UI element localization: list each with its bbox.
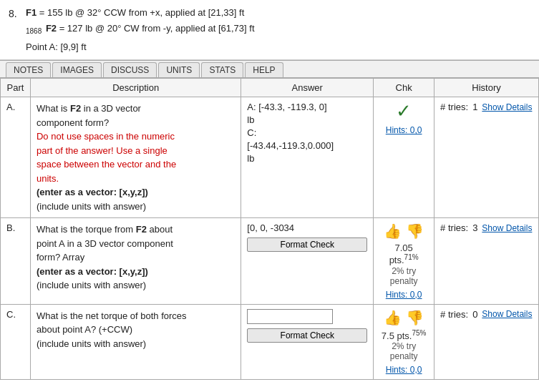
table-header-row: Part Description Answer Chk History bbox=[1, 79, 539, 97]
answer-a-line5: lb bbox=[247, 153, 367, 164]
thumb-down-icon-b: 👎 bbox=[406, 222, 424, 240]
part-c: C. bbox=[1, 304, 31, 379]
format-check-b-button[interactable]: Format Check bbox=[247, 237, 367, 252]
f2-label: F2 bbox=[46, 23, 57, 34]
penalty-b: 2% try penalty bbox=[379, 266, 428, 286]
hints-b-link[interactable]: Hints: 0,0 bbox=[386, 290, 422, 300]
col-header-part: Part bbox=[1, 79, 31, 97]
f1-label: F1 bbox=[26, 7, 37, 18]
thumb-down-icon-c: 👎 bbox=[406, 309, 424, 326]
main-table: Part Description Answer Chk History A. W… bbox=[0, 78, 539, 380]
history-c: # tries: 0 Show Details bbox=[434, 304, 539, 379]
points-c-val: 7.5 pts. bbox=[382, 330, 412, 341]
answer-a-line2: lb bbox=[247, 114, 367, 125]
points-c-pct: 75% bbox=[412, 329, 426, 337]
points-c: 7.5 pts.75% bbox=[379, 329, 428, 341]
show-details-b[interactable]: Show Details bbox=[482, 223, 532, 233]
show-details-a[interactable]: Show Details bbox=[482, 102, 532, 112]
table-row: C. What is the net torque of both forces… bbox=[1, 304, 539, 379]
desc-a-text3: component form? bbox=[37, 117, 109, 128]
desc-a-text1: What is bbox=[37, 103, 70, 114]
col-header-history: History bbox=[434, 79, 539, 97]
tab-help[interactable]: HELP bbox=[245, 62, 283, 77]
history-b: # tries: 3 Show Details bbox=[434, 218, 539, 304]
desc-b-text1: What is the torque from bbox=[37, 224, 136, 235]
desc-a: What is F2 in a 3D vector component form… bbox=[30, 97, 241, 218]
hints-c-link[interactable]: Hints: 0,0 bbox=[386, 365, 422, 375]
desc-b-text3: point A in a 3D vector component bbox=[37, 238, 173, 249]
answer-a-line1: A: [-43.3, -119.3, 0] bbox=[247, 102, 367, 112]
thumb-up-icon-c: 👍 bbox=[384, 309, 402, 326]
penalty-c: 2% try penalty bbox=[379, 341, 428, 361]
answer-a-line4: [-43.44,-119.3,0.000] bbox=[247, 140, 367, 151]
part-b: B. bbox=[1, 218, 31, 304]
desc-b-enter: (enter as a vector: [x,y,z]) bbox=[37, 266, 148, 277]
part-c-label: C. bbox=[6, 309, 16, 320]
tab-notes[interactable]: NOTES bbox=[6, 62, 51, 77]
checkmark-icon: ✓ bbox=[379, 102, 428, 120]
col-header-answer: Answer bbox=[241, 79, 374, 97]
tab-images[interactable]: IMAGES bbox=[52, 62, 102, 77]
table-row: B. What is the torque from F2 about poin… bbox=[1, 218, 539, 304]
points-b-pct: 71% bbox=[404, 253, 419, 261]
col-header-description: Description bbox=[30, 79, 241, 97]
chk-c: 👍 👎 7.5 pts.75% 2% try penalty Hints: 0,… bbox=[374, 304, 434, 379]
show-details-c[interactable]: Show Details bbox=[482, 309, 532, 319]
desc-a-text2: in a 3D vector bbox=[81, 103, 141, 114]
tabs-bar: NOTES IMAGES DISCUSS UNITS STATS HELP bbox=[0, 60, 539, 78]
desc-c-text2: about point A? (+CCW) bbox=[37, 324, 132, 335]
answer-b-val: [0, 0, -3034 bbox=[247, 222, 367, 233]
tries-b-count: 3 bbox=[472, 222, 477, 233]
problem-header: 8. F1 = 155 lb @ 32° CCW from +x, applie… bbox=[0, 0, 539, 60]
format-check-c-button[interactable]: Format Check bbox=[247, 328, 367, 343]
answer-c-input[interactable] bbox=[247, 309, 333, 324]
chk-a: ✓ Hints: 0,0 bbox=[374, 97, 434, 218]
desc-b: What is the torque from F2 about point A… bbox=[30, 218, 241, 304]
answer-c: Format Check bbox=[241, 304, 374, 379]
desc-b-text2: about bbox=[147, 224, 173, 235]
point-a: Point A: [9,9] ft bbox=[26, 40, 530, 55]
tries-b-label: # tries: bbox=[440, 222, 468, 233]
part-b-label: B. bbox=[6, 222, 15, 233]
f2-desc: = 127 lb @ 20° CW from -y, applied at [6… bbox=[57, 23, 254, 34]
desc-b-text4: form? Array bbox=[37, 252, 84, 263]
tries-a-count: 1 bbox=[472, 102, 477, 112]
problem-number: 8. bbox=[9, 6, 23, 21]
answer-b: [0, 0, -3034 Format Check bbox=[241, 218, 374, 304]
thumb-up-icon-b: 👍 bbox=[384, 222, 402, 240]
tries-a-label: # tries: bbox=[440, 102, 468, 112]
tries-c-label: # tries: bbox=[440, 309, 468, 320]
tab-stats[interactable]: STATS bbox=[201, 62, 243, 77]
hints-a-link[interactable]: Hints: 0,0 bbox=[386, 125, 422, 135]
desc-a-include: (include units with answer) bbox=[37, 201, 146, 212]
desc-a-warning: Do not use spaces in the numericpart of … bbox=[37, 131, 176, 184]
desc-a-f2: F2 bbox=[70, 103, 81, 114]
tries-c-count: 0 bbox=[472, 309, 477, 320]
history-a: # tries: 1 Show Details bbox=[434, 97, 539, 218]
f1-desc: = 155 lb @ 32° CCW from +x, applied at [… bbox=[37, 7, 244, 18]
table-row: A. What is F2 in a 3D vector component f… bbox=[1, 97, 539, 218]
desc-b-include: (include units with answer) bbox=[37, 280, 146, 290]
tab-discuss[interactable]: DISCUSS bbox=[103, 62, 157, 77]
sub-number: 1868 bbox=[26, 27, 42, 35]
desc-b-f2: F2 bbox=[136, 224, 147, 235]
part-a: A. bbox=[1, 97, 31, 218]
tab-units[interactable]: UNITS bbox=[158, 62, 200, 77]
desc-c: What is the net torque of both forces ab… bbox=[30, 304, 241, 379]
desc-a-enter: (enter as a vector: [x,y,z]) bbox=[37, 187, 148, 197]
col-header-chk: Chk bbox=[374, 79, 434, 97]
answer-a-line3: C: bbox=[247, 127, 367, 138]
chk-b: 👍 👎 7.05 pts.71% 2% try penalty Hints: 0… bbox=[374, 218, 434, 304]
desc-c-text1: What is the net torque of both forces bbox=[37, 310, 187, 321]
answer-a: A: [-43.3, -119.3, 0] lb C: [-43.44,-119… bbox=[241, 97, 374, 218]
points-b: 7.05 pts.71% bbox=[379, 242, 428, 265]
desc-c-text3: (include units with answer) bbox=[37, 338, 146, 349]
